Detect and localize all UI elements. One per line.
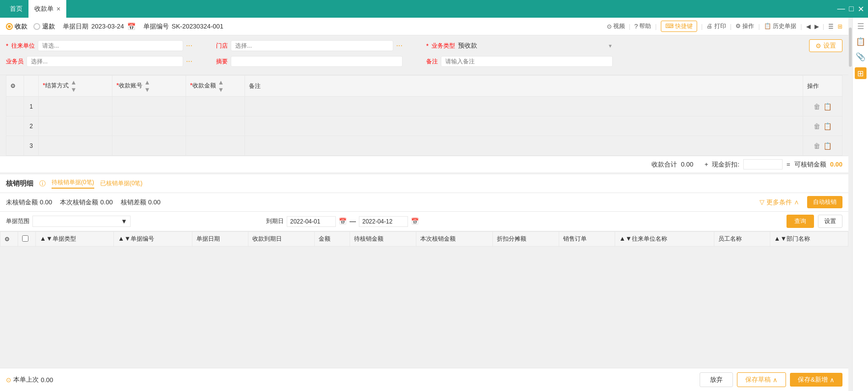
row2-amount[interactable] <box>186 116 245 136</box>
staff-input[interactable] <box>27 56 183 67</box>
calendar-from-icon[interactable]: 📅 <box>339 218 347 225</box>
nav-next-icon[interactable]: ▶ <box>814 23 819 30</box>
right-panel-grid-icon[interactable]: ☰ <box>857 22 864 31</box>
collect-total-label: 收款合计 <box>651 160 677 169</box>
row3-num: 3 <box>24 136 39 156</box>
row1-note[interactable] <box>245 97 803 116</box>
more-filter-btn[interactable]: ▽ 更多条件 ∧ <box>760 198 799 207</box>
reconciled-tab[interactable]: 已核销单据(0笔) <box>100 179 143 188</box>
query-button[interactable]: 查询 <box>787 215 814 228</box>
layout-grid-icon[interactable]: ⊞ <box>838 23 842 30</box>
save-new-arrow-icon: ∧ <box>830 376 835 384</box>
receipt-radio[interactable]: 收款 <box>6 22 27 31</box>
reconcile-info-icon[interactable]: ⓘ <box>39 179 46 188</box>
print-btn[interactable]: 🖨 打印 <box>706 22 726 30</box>
partner-input[interactable] <box>38 40 183 51</box>
row1-account[interactable] <box>112 97 186 116</box>
settings-button[interactable]: ⚙ 设置 <box>809 39 842 52</box>
row3-copy-icon[interactable]: 📋 <box>823 142 832 150</box>
right-panel-screen-icon[interactable]: ⊞ <box>855 67 867 79</box>
plus-label: + <box>705 161 708 168</box>
staff-more-icon[interactable]: ··· <box>186 57 192 66</box>
row3-note[interactable] <box>245 136 803 156</box>
calendar-icon[interactable]: 📅 <box>127 23 136 30</box>
number-value[interactable]: SK-20230324-001 <box>172 23 224 30</box>
refund-radio-label: 退款 <box>42 22 55 31</box>
right-panel-doc-icon[interactable]: 📋 <box>856 37 866 46</box>
row2-note[interactable] <box>245 116 803 136</box>
search-row: 单据范围 ▼ 到期日 📅 — 📅 查询 设置 <box>0 212 848 231</box>
row2-action: 🗑 📋 <box>803 116 842 136</box>
scroll-thumb[interactable] <box>849 28 852 67</box>
partner-more-icon[interactable]: ··· <box>186 41 192 50</box>
store-more-icon[interactable]: ··· <box>396 41 403 50</box>
nav-prev-icon[interactable]: ◀ <box>806 23 811 30</box>
auto-reconcile-btn[interactable]: 自动核销 <box>807 196 842 208</box>
tab-close-icon[interactable]: × <box>56 5 60 13</box>
table-settings-header[interactable]: ⚙ <box>6 76 24 97</box>
video-btn[interactable]: ⊙ 视频 <box>607 22 625 30</box>
receipt-radio-dot[interactable] <box>6 23 13 30</box>
date-to-input[interactable] <box>359 216 408 227</box>
row3-method[interactable] <box>39 136 112 156</box>
table-row: 3 🗑 📋 <box>6 136 842 156</box>
shortcut-btn[interactable]: ⌨ 快捷键 <box>661 21 697 32</box>
current-cancel-value: 0.00 <box>100 198 112 206</box>
biz-type-dropdown-icon[interactable]: ▼ <box>608 43 613 49</box>
right-panel-clip-icon[interactable]: 📎 <box>856 52 866 61</box>
reconcile-stats-row: 未核销金额 0.00 本次核销金额 0.00 核销差额 0.00 ▽ 更多条件 … <box>0 193 848 212</box>
row1-amount[interactable] <box>186 97 245 116</box>
row2-copy-icon[interactable]: 📋 <box>823 122 832 130</box>
layout-list-icon[interactable]: ☰ <box>828 23 834 30</box>
history-btn[interactable]: 📋 历史单据 <box>764 22 796 30</box>
table-account-header: *收款账号 ▲▼ <box>112 76 186 97</box>
toolbar-actions: ⊙ 视频 | ? 帮助 | ⌨ 快捷键 | 🖨 打印 | ⚙ 操作 | 📋 历史… <box>607 21 842 32</box>
top-nav-bar: 首页 收款单 × — □ ✕ <box>0 0 868 18</box>
search-setting-button[interactable]: 设置 <box>818 215 842 228</box>
bottom-info: ⊙ 本单上次 0.00 <box>6 375 53 384</box>
help-btn[interactable]: ? 帮助 <box>634 22 651 30</box>
note-input[interactable] <box>441 56 613 67</box>
receipt-tab[interactable]: 收款单 × <box>28 0 66 18</box>
save-draft-button[interactable]: 保存草稿 ∧ <box>737 372 786 387</box>
number-label: 单据编号 <box>143 22 169 31</box>
save-draft-label: 保存草稿 <box>745 375 771 384</box>
date-value[interactable]: 2023-03-24 <box>91 23 124 30</box>
row2-delete-icon[interactable]: 🗑 <box>814 122 820 130</box>
row2-settings <box>6 116 24 136</box>
date-from-input[interactable] <box>287 216 336 227</box>
pending-tab[interactable]: 待核销单据(0笔) <box>52 178 94 189</box>
rec-settings-col[interactable]: ⚙ <box>0 232 18 247</box>
table-num-header <box>24 76 39 97</box>
discard-button[interactable]: 放弃 <box>700 372 733 387</box>
row2-account[interactable] <box>112 116 186 136</box>
minimize-icon[interactable]: — <box>837 4 845 13</box>
scrollbar[interactable] <box>848 18 852 391</box>
available-value: 0.00 <box>830 161 842 168</box>
refund-radio[interactable]: 退款 <box>33 22 55 31</box>
summary-input[interactable] <box>231 56 403 67</box>
calendar-to-icon[interactable]: 📅 <box>411 218 419 225</box>
row3-account[interactable] <box>112 136 186 156</box>
row3-amount[interactable] <box>186 136 245 156</box>
partner-required-star: * <box>6 42 8 50</box>
reconcile-title: 核销明细 <box>6 179 33 188</box>
rec-select-all-checkbox[interactable] <box>22 235 28 242</box>
discount-input[interactable] <box>743 159 783 169</box>
rec-check-col <box>18 232 36 247</box>
row2-method[interactable] <box>39 116 112 136</box>
refund-radio-dot[interactable] <box>33 23 40 30</box>
due-date-label: 到期日 <box>266 217 284 225</box>
window-close-icon[interactable]: ✕ <box>858 4 864 14</box>
store-input[interactable] <box>231 40 393 51</box>
row3-delete-icon[interactable]: 🗑 <box>814 142 820 150</box>
home-tab[interactable]: 首页 <box>4 0 28 18</box>
range-select[interactable]: ▼ <box>32 216 131 227</box>
row1-delete-icon[interactable]: 🗑 <box>814 103 820 111</box>
settings-gear-icon: ⚙ <box>815 42 821 50</box>
row1-method[interactable] <box>39 97 112 116</box>
maximize-icon[interactable]: □ <box>849 4 854 13</box>
operation-btn[interactable]: ⚙ 操作 <box>735 22 754 30</box>
save-new-button[interactable]: 保存&新增 ∧ <box>790 373 842 387</box>
row1-copy-icon[interactable]: 📋 <box>823 103 832 111</box>
